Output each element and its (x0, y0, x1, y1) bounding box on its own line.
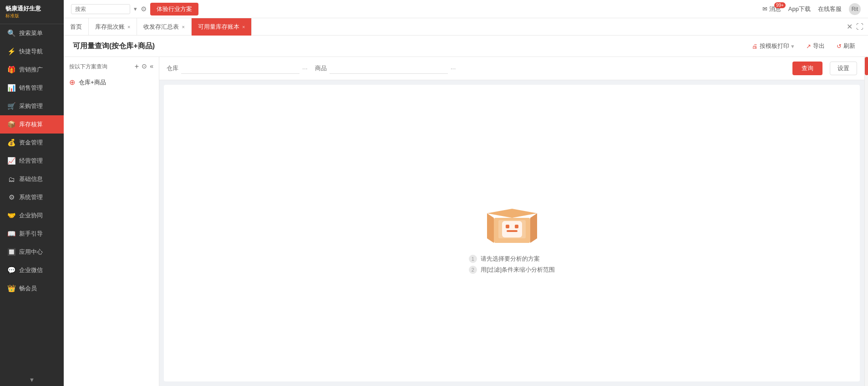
query-button[interactable]: 查询 (792, 62, 822, 75)
close-icon[interactable]: × (127, 24, 130, 30)
svg-marker-1 (487, 213, 494, 243)
right-scrollbar (864, 57, 868, 386)
sidebar-item-finance[interactable]: 💰 资金管理 (0, 134, 64, 152)
maximize-icon[interactable]: ⛶ (856, 23, 863, 31)
main-area: ▾ ⚙ 体验行业方案 ✉ 消息 99+ App下载 在线客服 Rit 首页 库存… (64, 0, 868, 386)
sidebar-item-operations[interactable]: 📈 经营管理 (0, 152, 64, 170)
warehouse-filter-group: 仓库 ··· (167, 63, 308, 74)
svg-rect-7 (515, 225, 518, 228)
brand-name: 畅康通好生意 (5, 5, 58, 13)
chevron-down-small-icon[interactable]: ▾ (791, 43, 794, 50)
tab-batch-label: 库存批次账 (95, 23, 125, 31)
tab-available-stock[interactable]: 可用量库存账本 × (192, 18, 252, 36)
scrollbar-thumb[interactable] (865, 57, 868, 75)
sidebar-item-app-center[interactable]: 🔲 应用中心 (0, 243, 64, 261)
tab-home[interactable]: 首页 (64, 18, 89, 36)
warehouse-more-icon[interactable]: ··· (302, 65, 308, 72)
empty-svg (485, 193, 539, 247)
app-download-btn[interactable]: App下载 (788, 5, 811, 13)
warehouse-label: 仓库 (167, 64, 178, 72)
settings-plan-icon[interactable]: ⊙ (142, 62, 147, 71)
close-window-icon[interactable]: ✕ (847, 22, 853, 31)
sidebar-item-system[interactable]: ⚙ 系统管理 (0, 188, 64, 206)
goods-more-icon[interactable]: ··· (451, 65, 456, 72)
step-2-num: 2 (469, 266, 477, 274)
sidebar-item-basic-info[interactable]: 🗂 基础信息 (0, 170, 64, 188)
left-panel-icons: + ⊙ « (135, 62, 153, 71)
sidebar-item-label: 搜索菜单 (19, 29, 43, 37)
tab-summary[interactable]: 收发存汇总表 × (137, 18, 191, 36)
online-service-btn[interactable]: 在线客服 (818, 5, 842, 13)
sidebar-header: 畅康通好生意 标准版 (0, 0, 64, 24)
tab-home-label: 首页 (70, 23, 82, 31)
search-menu-icon: 🔍 (7, 29, 15, 37)
collab-icon: 🤝 (7, 211, 15, 220)
content-area: 按以下方案查询 + ⊙ « ⊕ 仓库+商品 仓库 ··· (64, 57, 868, 386)
trial-btn[interactable]: 体验行业方案 (150, 3, 198, 15)
sidebar-item-label: 资金管理 (19, 139, 43, 147)
sidebar-item-collab[interactable]: 🤝 企业协同 (0, 206, 64, 225)
svg-rect-5 (502, 221, 522, 237)
sidebar-item-vip[interactable]: 👑 畅会员 (0, 279, 64, 298)
sidebar-item-sales[interactable]: 📊 销售管理 (0, 79, 64, 97)
page-header: 可用量查询(按仓库+商品) 🖨 按模板打印 ▾ ↗ 导出 ↺ 刷新 (64, 36, 868, 57)
left-panel-header: 按以下方案查询 + ⊙ « (64, 62, 159, 74)
tab-available-label: 可用量库存账本 (198, 23, 239, 31)
goods-label: 商品 (315, 64, 327, 72)
user-avatar[interactable]: Rit (849, 3, 861, 15)
shortcut-icon: ⚡ (7, 47, 15, 56)
tab-batch-account[interactable]: 库存批次账 × (89, 18, 137, 36)
sidebar-item-label: 销售管理 (19, 84, 43, 92)
sidebar-item-label: 应用中心 (19, 248, 43, 256)
print-btn[interactable]: 🖨 按模板打印 ▾ (748, 40, 798, 52)
sidebar-item-purchase[interactable]: 🛒 采购管理 (0, 97, 64, 115)
empty-illustration (485, 193, 539, 247)
collapse-panel-icon[interactable]: « (150, 62, 153, 71)
sales-icon: 📊 (7, 84, 15, 92)
sidebar: 畅康通好生意 标准版 🔍 搜索菜单 ⚡ 快捷导航 🎁 营销推广 📊 销售管理 🛒… (0, 0, 64, 386)
left-panel: 按以下方案查询 + ⊙ « ⊕ 仓库+商品 (64, 57, 159, 386)
goods-filter-group: 商品 ··· (315, 63, 456, 74)
operations-icon: 📈 (7, 157, 15, 165)
close-icon[interactable]: × (182, 24, 184, 30)
svg-marker-2 (530, 213, 537, 243)
left-panel-title: 按以下方案查询 (69, 63, 107, 71)
tabs-right-actions: ✕ ⛶ (842, 22, 868, 31)
add-plan-icon[interactable]: + (135, 62, 139, 71)
message-btn[interactable]: ✉ 消息 99+ (762, 5, 781, 13)
settings-button[interactable]: 设置 (830, 62, 857, 75)
close-icon[interactable]: × (242, 24, 245, 30)
export-btn[interactable]: ↗ 导出 (802, 40, 828, 52)
export-label: 导出 (813, 42, 825, 50)
goods-input[interactable] (330, 63, 448, 74)
sidebar-item-label: 系统管理 (19, 193, 43, 201)
chevron-down-icon[interactable]: ▾ (134, 5, 137, 12)
sidebar-item-inventory[interactable]: 📦 库存核算 (0, 115, 64, 134)
refresh-btn[interactable]: ↺ 刷新 (833, 40, 859, 52)
sidebar-item-marketing[interactable]: 🎁 营销推广 (0, 61, 64, 79)
system-icon: ⚙ (7, 193, 15, 201)
sidebar-item-wechat[interactable]: 💬 企业微信 (0, 261, 64, 279)
topbar: ▾ ⚙ 体验行业方案 ✉ 消息 99+ App下载 在线客服 Rit (64, 0, 868, 18)
sidebar-item-label: 新手引导 (19, 230, 43, 238)
sidebar-item-search[interactable]: 🔍 搜索菜单 (0, 24, 64, 42)
sidebar-item-label: 经营管理 (19, 157, 43, 165)
sidebar-item-shortcut[interactable]: ⚡ 快捷导航 (0, 42, 64, 61)
step-2-text: 用[过滤]条件来缩小分析范围 (481, 266, 555, 274)
search-input[interactable] (71, 4, 130, 14)
svg-rect-6 (506, 225, 509, 228)
sidebar-item-label: 企业协同 (19, 211, 43, 220)
guide-icon: 📖 (7, 230, 15, 238)
sidebar-item-guide[interactable]: 📖 新手引导 (0, 225, 64, 243)
topbar-right: ✉ 消息 99+ App下载 在线客服 Rit (762, 3, 861, 15)
svg-rect-8 (507, 230, 518, 232)
plan-item[interactable]: ⊕ 仓库+商品 (64, 74, 159, 90)
empty-state: 1 请先选择要分析的方案 2 用[过滤]条件来缩小分析范围 (164, 85, 860, 381)
sidebar-item-label: 采购管理 (19, 102, 43, 110)
gear-icon[interactable]: ⚙ (141, 5, 147, 13)
marketing-icon: 🎁 (7, 66, 15, 74)
warehouse-input[interactable] (181, 63, 299, 74)
sidebar-scroll-down[interactable]: ▼ (0, 374, 64, 386)
tabs-bar: 首页 库存批次账 × 收发存汇总表 × 可用量库存账本 × ✕ ⛶ (64, 18, 868, 36)
sidebar-item-label: 库存核算 (19, 120, 43, 129)
